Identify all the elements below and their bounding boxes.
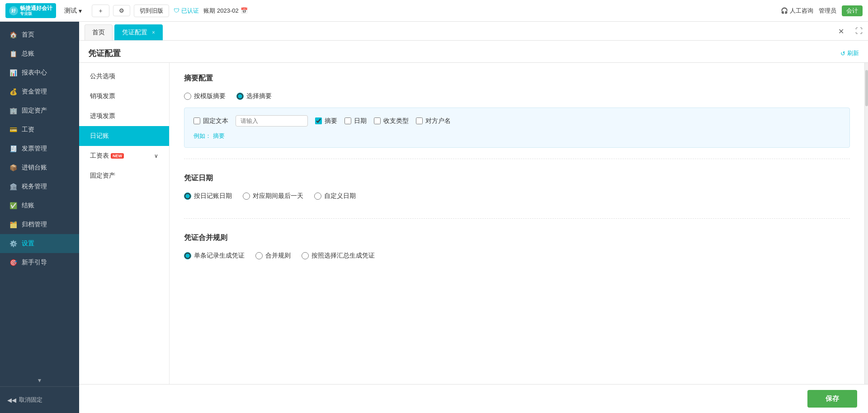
sidebar-item-salary[interactable]: 💳 工资 xyxy=(0,120,79,139)
switch-old-version-button[interactable]: 切到旧版 xyxy=(134,5,169,17)
assets-icon: 🏢 xyxy=(9,107,17,115)
tabbar: 首页 凭证配置 × ✕ ⛶ xyxy=(79,22,868,41)
income-type-checkbox[interactable] xyxy=(374,117,381,124)
tab-close-button[interactable]: × xyxy=(152,29,155,36)
sidebar-label-guide: 新手引导 xyxy=(22,258,47,267)
counterpart-checkbox[interactable] xyxy=(416,117,423,124)
journal-date-radio[interactable] xyxy=(184,192,191,200)
sidebar-scroll-down[interactable]: ▼ xyxy=(0,375,79,386)
merge-section: 凭证合并规则 单条记录生成凭证 合并规则 xyxy=(184,233,850,278)
sidebar-item-guide[interactable]: 🎯 新手引导 xyxy=(0,253,79,272)
sidebar-item-tax[interactable]: 🏛️ 税务管理 xyxy=(0,177,79,196)
date-radio-period-last[interactable]: 对应期间最后一天 xyxy=(243,192,303,200)
leftnav-journal[interactable]: 日记账 xyxy=(79,126,169,146)
fixed-text-input[interactable] xyxy=(236,115,308,127)
tab-home-label: 首页 xyxy=(92,28,105,36)
reports-icon: 📊 xyxy=(9,69,17,77)
sidebar-item-funds[interactable]: 💰 资金管理 xyxy=(0,82,79,101)
income-type-checkbox-label[interactable]: 收支类型 xyxy=(374,117,409,125)
custom-date-radio[interactable] xyxy=(314,192,321,200)
sidebar-item-purchase[interactable]: 📦 进销台账 xyxy=(0,158,79,177)
summary-template-radio[interactable] xyxy=(184,93,191,100)
settings-button[interactable]: ⚙ xyxy=(113,5,130,16)
sidebar-label-purchase: 进销台账 xyxy=(22,164,47,172)
ledger-icon: 📋 xyxy=(9,50,17,58)
verified-status: 🛡 已认证 xyxy=(174,7,199,15)
summary-gen-radio[interactable] xyxy=(302,252,309,259)
archive-icon: 🗂️ xyxy=(9,221,17,229)
merge-radio-rule[interactable]: 合并规则 xyxy=(255,252,291,260)
summary-radio-template[interactable]: 按模版摘要 xyxy=(184,92,226,100)
sidebar-item-settle[interactable]: ✅ 结账 xyxy=(0,196,79,215)
sidebar-label-assets: 固定资产 xyxy=(22,107,47,115)
leftnav-public[interactable]: 公共选项 xyxy=(79,66,169,86)
sidebar-item-archive[interactable]: 🗂️ 归档管理 xyxy=(0,215,79,234)
home-icon: 🏠 xyxy=(9,31,17,39)
journal-date-label: 按日记账日期 xyxy=(194,192,232,200)
consult-button[interactable]: 🎧 人工咨询 xyxy=(781,7,813,15)
unfix-button[interactable]: ◀◀ 取消固定 xyxy=(0,391,79,408)
date-radio-journal[interactable]: 按日记账日期 xyxy=(184,192,232,200)
add-button[interactable]: ＋ xyxy=(92,5,109,17)
sidebar-item-assets[interactable]: 🏢 固定资产 xyxy=(0,101,79,120)
leftnav-purchase[interactable]: 进项发票 xyxy=(79,106,169,126)
tab-home[interactable]: 首页 xyxy=(85,24,113,40)
sidebar-item-ledger[interactable]: 📋 总账 xyxy=(0,44,79,63)
guide-icon: 🎯 xyxy=(9,258,17,267)
period-last-radio[interactable] xyxy=(243,192,250,200)
summary-example: 例如： 摘要 xyxy=(193,132,840,140)
sidebar-label-salary: 工资 xyxy=(22,126,34,134)
funds-icon: 💰 xyxy=(9,88,17,96)
app-logo: 好 畅捷通好会计 专业版 xyxy=(5,3,56,18)
refresh-button[interactable]: ↺ 刷新 xyxy=(840,49,859,57)
leftnav-sales[interactable]: 销项发票 xyxy=(79,86,169,106)
date-section-title: 凭证日期 xyxy=(184,174,850,183)
sidebar-item-reports[interactable]: 📊 报表中心 xyxy=(0,63,79,82)
salary-icon: 💳 xyxy=(9,126,17,134)
project-selector[interactable]: 测试 ▾ xyxy=(61,7,85,15)
summary-label: 摘要 xyxy=(325,117,337,125)
sidebar-label-archive: 归档管理 xyxy=(22,221,47,229)
sidebar-item-home[interactable]: 🏠 首页 xyxy=(0,25,79,44)
date-radio-custom[interactable]: 自定义日期 xyxy=(314,192,356,200)
manager-label[interactable]: 管理员 xyxy=(819,7,836,15)
merge-radio-single[interactable]: 单条记录生成凭证 xyxy=(184,252,245,260)
headset-icon: 🎧 xyxy=(781,7,788,14)
page-header: 凭证配置 ↺ 刷新 xyxy=(79,41,868,63)
summary-select-label: 选择摘要 xyxy=(246,92,272,100)
save-button[interactable]: 保存 xyxy=(807,390,857,408)
summary-select-radio[interactable] xyxy=(236,93,244,100)
page-content: 凭证配置 ↺ 刷新 公共选项 销项发票 进项发票 日记账 工资表 NEW xyxy=(79,41,868,413)
date-checkbox-label[interactable]: 日期 xyxy=(344,117,367,125)
sidebar-item-invoices[interactable]: 🧾 发票管理 xyxy=(0,139,79,158)
leftnav-fixed-assets[interactable]: 固定资产 xyxy=(79,166,169,186)
date-label: 日期 xyxy=(354,117,367,125)
summary-gen-label: 按照选择汇总生成凭证 xyxy=(311,252,375,260)
sidebar-label-home: 首页 xyxy=(22,31,34,39)
summary-radio-select[interactable]: 选择摘要 xyxy=(236,92,272,100)
summary-checkbox[interactable] xyxy=(315,117,322,124)
new-badge: NEW xyxy=(111,153,124,159)
tax-icon: 🏛️ xyxy=(9,183,17,191)
merge-rule-radio[interactable] xyxy=(255,252,263,259)
merge-radio-group: 单条记录生成凭证 合并规则 按照选择汇总生成凭证 xyxy=(184,252,850,260)
purchase-icon: 📦 xyxy=(9,164,17,172)
counterpart-checkbox-label[interactable]: 对方户名 xyxy=(416,117,451,125)
fixed-text-checkbox-label[interactable]: 固定文本 xyxy=(193,117,228,125)
sidebar-bottom: ◀◀ 取消固定 xyxy=(0,386,79,413)
settings-icon: ⚙️ xyxy=(9,239,17,248)
window-close-button[interactable]: ✕ xyxy=(832,22,850,41)
window-controls: ✕ ⛶ xyxy=(832,22,868,41)
date-checkbox[interactable] xyxy=(344,117,351,124)
window-expand-button[interactable]: ⛶ xyxy=(850,22,868,41)
merge-radio-summary[interactable]: 按照选择汇总生成凭证 xyxy=(302,252,375,260)
fixed-text-checkbox[interactable] xyxy=(193,117,200,124)
single-radio[interactable] xyxy=(184,252,191,259)
right-scrollbar[interactable] xyxy=(864,63,868,384)
tab-voucher-config[interactable]: 凭证配置 × xyxy=(114,24,163,40)
leftnav-salary[interactable]: 工资表 NEW ∨ xyxy=(79,146,169,166)
summary-checkbox-label[interactable]: 摘要 xyxy=(315,117,337,125)
sidebar-item-settings[interactable]: ⚙️ 设置 xyxy=(0,234,79,253)
sidebar-label-settle: 结账 xyxy=(22,202,34,210)
calendar-icon[interactable]: 📅 xyxy=(241,7,248,14)
